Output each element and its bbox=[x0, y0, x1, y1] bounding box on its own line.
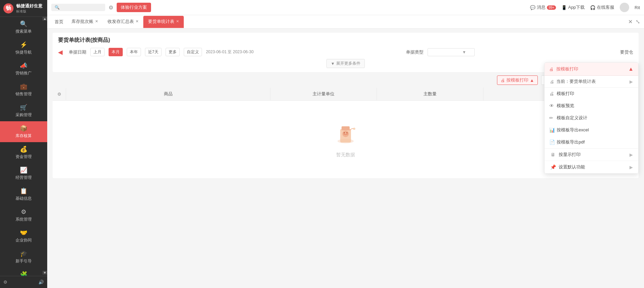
top-header: 🔍 ⚙ 体验行业方案 💬 消息 99+ 📱 App下载 🎧 在线客服 Rit bbox=[47, 0, 644, 15]
app-logo: 畅 畅捷通好生意 标准版 bbox=[0, 0, 47, 17]
settings-icon[interactable]: ⚙ bbox=[3, 280, 7, 285]
sidebar-item-11[interactable]: 🎓新手引导 bbox=[0, 247, 47, 267]
type-label: 单据类型 bbox=[406, 49, 423, 55]
tab-home[interactable]: 首页 bbox=[51, 16, 67, 28]
app-name: 畅捷通好生意 bbox=[16, 3, 42, 9]
print-menu-icon-0: 🖨 bbox=[549, 91, 554, 96]
display-print-item[interactable]: 🖥 按显示打印 ▶ bbox=[545, 149, 638, 161]
sidebar-scroll-down[interactable]: ▼ bbox=[42, 271, 47, 275]
trial-button[interactable]: 体验行业方案 bbox=[117, 3, 151, 12]
sidebar-item-4[interactable]: 🛒采购管理 bbox=[0, 100, 47, 121]
sidebar-label-4: 采购管理 bbox=[16, 112, 32, 118]
sidebar-item-7[interactable]: 📈经营管理 bbox=[0, 163, 47, 184]
window-close-btn[interactable]: ✕ bbox=[628, 20, 633, 24]
sidebar-label-6: 资金管理 bbox=[16, 154, 32, 160]
print-menu-item-3[interactable]: 📊按模板导出excel bbox=[545, 124, 638, 136]
sidebar-item-1[interactable]: ⚡快捷导航 bbox=[0, 38, 47, 59]
tab-order-stats-close[interactable]: ✕ bbox=[176, 19, 179, 24]
sidebar-item-10[interactable]: 🤝企业协同 bbox=[0, 226, 47, 247]
tab-order-stats-label: 要货单统计表 bbox=[148, 19, 174, 25]
sidebar-item-9[interactable]: ⚙系统管理 bbox=[0, 205, 47, 226]
print-menu-item-4[interactable]: 📄按模板导出pdf bbox=[545, 136, 638, 148]
print-template-btn[interactable]: 🖨 按模板打印 ▲ bbox=[497, 75, 538, 85]
expand-icon: ▼ bbox=[331, 61, 335, 66]
svg-point-6 bbox=[353, 128, 355, 130]
th-product: 商品 bbox=[66, 88, 270, 100]
current-icon: 🖨 bbox=[550, 79, 554, 84]
display-print-icon: 🖥 bbox=[550, 152, 556, 157]
print-menu-icon-2: ✏ bbox=[549, 115, 553, 121]
set-default-label: 设置默认功能 bbox=[559, 164, 585, 170]
online-service-nav-item[interactable]: 🎧 在线客服 bbox=[590, 4, 614, 10]
set-default-icon: 📌 bbox=[550, 164, 556, 170]
dropdown-close-btn[interactable]: ▲ bbox=[628, 66, 634, 72]
current-template-item[interactable]: 🖨 当前：要货单统计表 ▶ bbox=[545, 76, 638, 88]
app-download-label: App下载 bbox=[568, 4, 585, 10]
print-menu-icon-4: 📄 bbox=[549, 139, 555, 145]
sidebar-icon-10: 🤝 bbox=[20, 229, 27, 236]
filter-collapse-icon[interactable]: ◀ bbox=[58, 49, 63, 56]
print-menu-label-1: 模板预览 bbox=[557, 103, 574, 109]
print-menu-item-2[interactable]: ✏模板自定义设计 bbox=[545, 112, 638, 124]
type-select[interactable]: ▼ bbox=[428, 48, 475, 56]
print-menu-item-1[interactable]: 👁模板预览 bbox=[545, 100, 638, 112]
sidebar-icon-0: 🔍 bbox=[20, 20, 27, 28]
top-nav-right: 💬 消息 99+ 📱 App下载 🎧 在线客服 Rit bbox=[530, 3, 640, 12]
help-icon[interactable]: 🔊 bbox=[38, 280, 44, 285]
tab-collection-summary-label: 收发存汇总表 bbox=[108, 19, 134, 25]
date-btn-custom[interactable]: 自定义 bbox=[184, 48, 202, 56]
th-unit: 主计量单位 bbox=[270, 88, 377, 100]
print-menu-label-4: 按模板导出pdf bbox=[557, 139, 585, 145]
user-name: Rit bbox=[635, 5, 640, 10]
app-download-nav-item[interactable]: 📱 App下载 bbox=[561, 4, 585, 10]
print-menu-label-0: 模板打印 bbox=[557, 91, 574, 97]
print-arrow-up: ▲ bbox=[530, 78, 534, 83]
window-expand-btn[interactable]: ⤡ bbox=[635, 20, 640, 24]
sidebar-icon-4: 🛒 bbox=[20, 104, 27, 111]
dropdown-print-icon: 🖨 bbox=[549, 67, 554, 72]
sidebar-item-6[interactable]: 💰资金管理 bbox=[0, 142, 47, 163]
expand-label: 展开更多条件 bbox=[336, 61, 360, 66]
sidebar: 畅 畅捷通好生意 标准版 🔍搜索菜单⚡快捷导航📣营销推广💼销售管理🛒采购管理📦库… bbox=[0, 0, 47, 288]
tab-collection-summary-close[interactable]: ✕ bbox=[136, 19, 139, 24]
messages-nav-item[interactable]: 💬 消息 99+ bbox=[530, 4, 556, 10]
date-btn-7days[interactable]: 近7天 bbox=[145, 48, 162, 56]
sidebar-item-0[interactable]: 🔍搜索菜单 bbox=[0, 17, 47, 38]
print-menu-item-wrap-2: ✏模板自定义设计 bbox=[545, 112, 638, 124]
sidebar-item-2[interactable]: 📣营销推广 bbox=[0, 59, 47, 79]
logo-text: 畅捷通好生意 标准版 bbox=[16, 3, 42, 14]
sidebar-item-8[interactable]: 📋基础信息 bbox=[0, 184, 47, 205]
gear-icon[interactable]: ⚙ bbox=[109, 4, 113, 11]
date-btn-this-month[interactable]: 本月 bbox=[109, 48, 123, 56]
set-default-item[interactable]: 📌 设置默认功能 ▶ bbox=[545, 161, 638, 173]
sidebar-icon-12: 🧩 bbox=[20, 271, 27, 276]
print-menu-item-wrap-3: 📊按模板导出excel bbox=[545, 124, 638, 136]
print-menu-item-0[interactable]: 🖨模板打印 bbox=[545, 88, 638, 100]
tab-collection-summary[interactable]: 收发存汇总表 ✕ bbox=[103, 16, 143, 28]
th-gear[interactable]: ⚙ bbox=[53, 88, 66, 100]
sidebar-icon-6: 💰 bbox=[20, 146, 27, 153]
dropdown-header: 🖨 按模板打印 ▲ bbox=[545, 63, 638, 76]
sidebar-item-5[interactable]: 📦库存核算 bbox=[0, 121, 47, 142]
tab-inventory-batch[interactable]: 库存批次账 ✕ bbox=[67, 16, 103, 28]
top-search-bar[interactable]: 🔍 bbox=[51, 4, 105, 11]
sidebar-item-12[interactable]: 🧩应用中心 bbox=[0, 267, 47, 276]
print-dropdown-menu: 🖨 按模板打印 ▲ 🖨 当前：要货单统计表 ▶ 🖨模板打印👁模板预览✏模板自定义… bbox=[544, 62, 639, 174]
expand-more-btn[interactable]: ▼ 展开更多条件 bbox=[326, 59, 365, 68]
tab-inventory-batch-close[interactable]: ✕ bbox=[95, 19, 98, 24]
avatar[interactable] bbox=[620, 3, 629, 12]
sidebar-icon-8: 📋 bbox=[20, 187, 27, 195]
date-btn-this-year[interactable]: 本年 bbox=[127, 48, 141, 56]
message-icon: 💬 bbox=[530, 5, 535, 10]
type-select-arrow: ▼ bbox=[462, 50, 466, 55]
sidebar-icon-5: 📦 bbox=[20, 125, 27, 132]
app-edition: 标准版 bbox=[16, 9, 42, 14]
print-menu-item-wrap-4: 📄按模板导出pdf bbox=[545, 136, 638, 148]
sidebar-item-3[interactable]: 💼销售管理 bbox=[0, 79, 47, 100]
sidebar-bottom: ⚙ 🔊 bbox=[0, 276, 47, 288]
svg-point-5 bbox=[346, 132, 347, 133]
date-btn-last-month[interactable]: 上月 bbox=[90, 48, 105, 56]
sidebar-scroll-up[interactable]: ▲ bbox=[42, 17, 47, 21]
tab-order-stats[interactable]: 要货单统计表 ✕ bbox=[143, 16, 184, 28]
date-btn-more[interactable]: 更多 bbox=[166, 48, 180, 56]
